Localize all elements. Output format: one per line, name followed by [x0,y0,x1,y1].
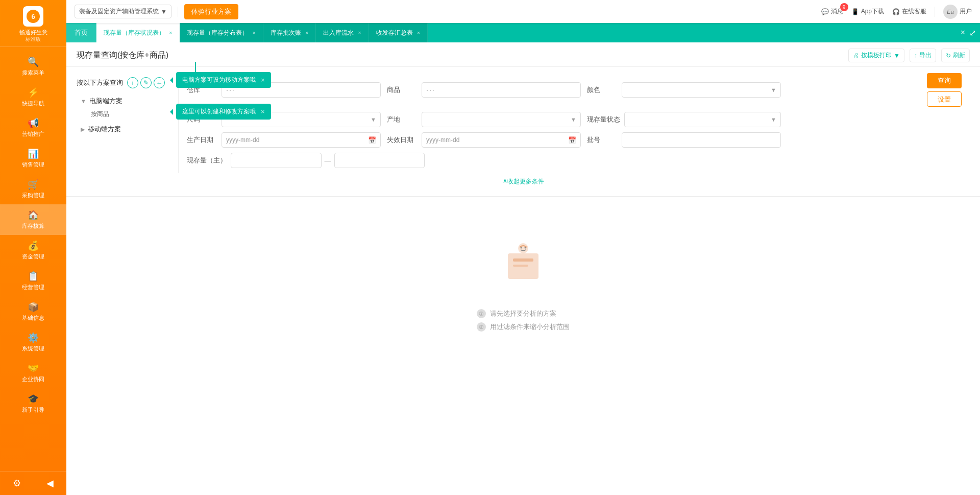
header-left: 装备及固定资产辅助管理系统 ▼ 体验行业方案 [75,4,238,19]
settings-icon[interactable]: ⚙ [13,478,21,489]
expiry-date-placeholder: yyyy-mm-dd [426,136,459,144]
app-download-button[interactable]: 📱 App下载 [851,7,884,16]
sidebar-menu: 🔍 搜索菜单 ⚡ 快捷导航 📢 营销推广 📊 销售管理 🛒 采购管理 🏠 库存核… [0,47,66,471]
printer-icon: 🖨 [853,52,859,59]
tab-home[interactable]: 首页 [66,23,96,42]
sidebar-item-guide[interactable]: 🎓 新手引导 [0,388,66,419]
expiry-date-input[interactable]: yyyy-mm-dd 📅 [422,132,581,148]
goods-dots: ··· [426,86,435,94]
scheme-group-desktop-header[interactable]: ▼ 电脑端方案 [77,95,178,108]
goods-input[interactable]: ··· [422,82,581,98]
svg-point-6 [521,247,522,249]
color-select[interactable]: ▼ [622,82,781,98]
tab-inventory-status[interactable]: 现存量（库存状况表） × [96,23,180,42]
online-service-button[interactable]: 🎧 在线客服 [892,7,926,16]
color-label: 颜色 [587,85,618,95]
sidebar-item-sales[interactable]: 📊 销售管理 [0,143,66,174]
production-date-input[interactable]: yyyy-mm-dd 📅 [222,132,381,148]
message-icon: 💬 [821,8,829,15]
popover-desktop-close[interactable]: × [261,76,265,84]
user-area[interactable]: Ea 用户 [943,5,972,19]
vertical-line [195,62,196,72]
sidebar-item-purchase[interactable]: 🛒 采购管理 [0,174,66,204]
operations-icon: 📋 [28,271,39,282]
export-button[interactable]: ↑ 导出 [910,49,936,62]
sidebar-item-enterprise[interactable]: 🤝 企业协同 [0,358,66,388]
filter-row-1: 仓库 ··· 商品 ··· 颜色 [187,73,962,107]
reset-button[interactable]: 设置 [927,91,962,107]
current-inventory-field: 现存量（主） — [187,153,442,168]
tab-close-all-icon[interactable]: × [961,28,965,37]
inventory-range-from[interactable] [231,153,322,168]
inventory-range-to[interactable] [334,153,425,168]
system-name-dropdown[interactable]: 装备及固定资产辅助管理系统 ▼ [75,5,172,18]
svg-point-5 [518,243,528,253]
goods-label: 商品 [387,85,418,95]
add-scheme-button[interactable]: + [127,77,138,88]
scheme-group-mobile-header[interactable]: ▶ 移动端方案 [77,123,178,136]
trial-button[interactable]: 体验行业方案 [184,4,238,19]
sidebar-item-operations[interactable]: 📋 经营管理 [0,266,66,296]
popover-create-close[interactable]: × [261,108,265,115]
sidebar-logo: 6 畅通好生意 标准版 [0,0,66,47]
divider [178,7,178,17]
origin-select[interactable]: ▼ [422,112,581,127]
sidebar-item-system[interactable]: ⚙️ 系统管理 [0,327,66,358]
sidebar: 6 畅通好生意 标准版 🔍 搜索菜单 ⚡ 快捷导航 📢 营销推广 📊 销售管理 … [0,0,66,495]
tab-batch-account[interactable]: 库存批次账 × [263,23,316,42]
collapse-bar[interactable]: ∧ 收起更多条件 [77,173,970,190]
tab-close-recv-send-summary[interactable]: × [417,30,420,36]
headset-icon: 🎧 [892,8,900,15]
tab-inventory-dist[interactable]: 现存量（库存分布表） × [180,23,263,42]
tab-close-inventory-dist[interactable]: × [252,30,255,36]
filter-header: 按以下方案查询 + ✎ ← [77,77,178,88]
empty-step-2: ② 用过滤条件来缩小分析范围 [477,322,570,332]
inventory-status-select[interactable]: ▼ [624,112,781,127]
collapse-sidebar-icon[interactable]: ◀ [46,478,54,489]
tab-close-batch-account[interactable]: × [305,30,308,36]
query-button[interactable]: 查询 [927,73,962,88]
sidebar-item-basic[interactable]: 📦 基础信息 [0,296,66,327]
scheme-group-mobile-label: 移动端方案 [88,125,121,134]
page-title: 现存量查询(按仓库+商品) [77,50,168,61]
sidebar-item-inventory[interactable]: 🏠 库存核算 [0,204,66,235]
svg-rect-4 [513,265,528,267]
chevron-right-icon: ▶ [81,126,85,133]
dot-indicator-line [193,62,198,77]
dropdown-arrow-icon: ▼ [161,8,167,15]
empty-illustration [498,238,549,299]
edit-scheme-button[interactable]: ✎ [140,77,152,88]
sidebar-bottom: ⚙ ◀ [0,471,66,495]
refresh-button[interactable]: ↻ 刷新 [941,49,970,62]
batch-no-field: 批号 [587,132,781,148]
back-arrow-button[interactable]: ← [154,77,165,88]
print-arrow-icon: ▼ [894,52,900,59]
sidebar-item-finance[interactable]: 💰 资金管理 [0,235,66,266]
message-button[interactable]: 💬 9 消息 [821,7,843,16]
print-template-button[interactable]: 🖨 按模板打印 ▼ [848,49,904,62]
tab-recv-send-summary[interactable]: 收发存汇总表 × [369,23,428,42]
step-1-text: 请先选择要分析的方案 [490,309,556,318]
goods-field: 商品 ··· [387,82,581,98]
step-1-num: ① [477,309,486,318]
scheme-panel: 按以下方案查询 + ✎ ← ▼ 电脑端方案 [77,73,179,173]
divider2 [935,7,935,17]
finance-icon: 💰 [28,240,39,251]
sidebar-item-search[interactable]: 🔍 搜索菜单 [0,51,66,82]
sidebar-item-quicknav[interactable]: ⚡ 快捷导航 [0,82,66,112]
svg-point-7 [525,247,526,249]
inventory-icon: 🏠 [28,209,39,221]
tab-in-out-flow[interactable]: 出入库流水 × [316,23,369,42]
tab-expand-icon[interactable]: ⤢ [969,28,976,38]
step-2-num: ② [477,322,486,332]
filter-layout: 按以下方案查询 + ✎ ← ▼ 电脑端方案 [77,73,970,173]
scheme-item-goods[interactable]: 按商品 [77,108,178,121]
chevron-down-icon: ▼ [81,98,86,104]
batch-no-input[interactable] [622,132,781,148]
tab-close-inventory-status[interactable]: × [169,30,172,36]
tab-bar-right: × ⤢ [961,28,980,38]
sidebar-item-marketing[interactable]: 📢 营销推广 [0,112,66,143]
header-right: 💬 9 消息 📱 App下载 🎧 在线客服 Ea 用户 [821,5,972,19]
tab-close-in-out-flow[interactable]: × [358,30,361,36]
scheme-item-goods-label: 按商品 [91,110,109,119]
